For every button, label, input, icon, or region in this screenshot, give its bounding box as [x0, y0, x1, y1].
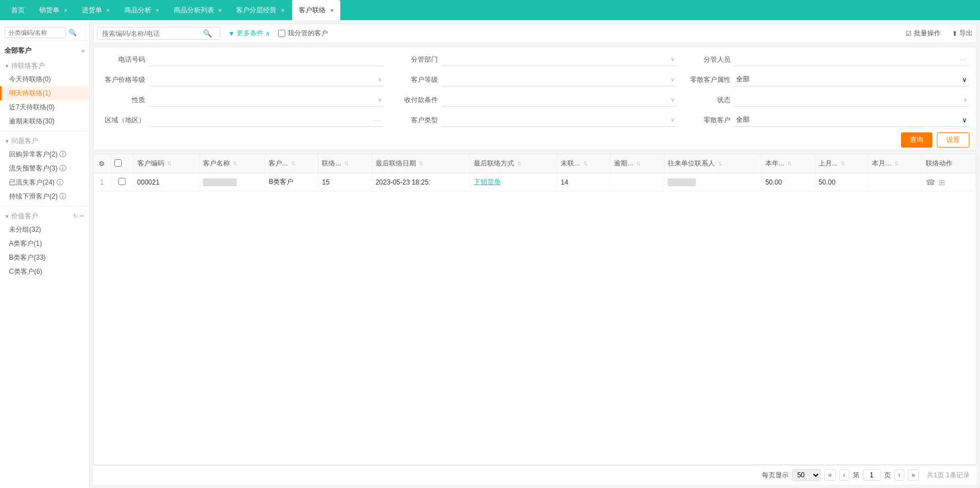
sidebar-group-problem[interactable]: ▼ 问题客户	[0, 133, 89, 148]
sidebar-item-overdue-contact[interactable]: 逾期未联络(30)	[0, 114, 89, 128]
sidebar-search-input[interactable]	[4, 27, 66, 38]
sidebar-group-value[interactable]: ▼ 价值客户 ↻ ✏	[0, 209, 89, 223]
col-last-method[interactable]: 最后联络方式 ⇅	[470, 154, 557, 173]
nav-sales-order-close[interactable]: ×	[64, 7, 67, 13]
call-action-icon[interactable]: ☎	[926, 178, 935, 187]
sidebar-item-churned[interactable]: 已流失客户(24) ⓘ	[0, 176, 89, 190]
nav-customer-segmentation-close[interactable]: ×	[281, 7, 284, 13]
cell-checkbox[interactable]	[110, 173, 133, 191]
export-button[interactable]: ⬆ 导出	[952, 29, 973, 38]
col-this-year[interactable]: 本年... ⇅	[761, 154, 815, 173]
sidebar-search-icon[interactable]: 🔍	[68, 29, 77, 36]
filter-region: 区域（地区） ···	[100, 112, 384, 128]
cell-actions[interactable]: ☎ ⊞	[922, 173, 976, 191]
sidebar-item-churn-warning[interactable]: 流失预警客户(3) ⓘ	[0, 162, 89, 176]
batch-ops-button[interactable]: ☑ 批量操作	[905, 29, 941, 38]
value-group-icons[interactable]: ↻ ✏	[73, 213, 85, 220]
next-page-btn[interactable]: ›	[894, 469, 904, 481]
col-settings[interactable]: ⚙	[94, 154, 110, 173]
last-method-link[interactable]: 下销货单	[474, 178, 501, 186]
settings-button[interactable]: 设置	[937, 132, 969, 148]
nav-purchase-order[interactable]: 进货单 ×	[75, 0, 117, 20]
col-type[interactable]: 客户... ⇅	[265, 154, 318, 173]
phone-control[interactable]	[149, 53, 384, 66]
chevron-icon: ∧	[265, 30, 270, 38]
col-last-month[interactable]: 上月... ⇅	[815, 154, 868, 173]
nav-purchase-order-close[interactable]: ×	[107, 7, 110, 13]
status-select[interactable]: ∨	[734, 93, 969, 107]
filter-payment: 收付款条件 ∨	[393, 92, 677, 108]
col-overdue[interactable]: 逾期... ⇅	[611, 154, 664, 173]
my-customers-checkbox-label[interactable]: 我分管的客户	[278, 29, 328, 38]
retail-select[interactable]: 全部 ∨	[734, 113, 969, 127]
my-customers-checkbox[interactable]	[278, 30, 285, 37]
status-arrow-icon: ∨	[963, 96, 967, 103]
data-table: ⚙ 客户编码 ⇅ 客户名称 ⇅ 客户... ⇅ 联络... ⇅ 最后联络日期 ⇅…	[94, 154, 976, 191]
sidebar-item-ungrouped[interactable]: 未分组(32)	[0, 223, 89, 237]
col-this-month[interactable]: 本月... ⇅	[868, 154, 922, 173]
filter-manager: 分管人员 ···	[686, 52, 969, 67]
retail-attr-select[interactable]: 全部 ∨	[734, 73, 969, 86]
sidebar-item-repurchase-abnormal[interactable]: 回购异常客户(2) ⓘ	[0, 148, 89, 162]
grid-action-icon[interactable]: ⊞	[939, 178, 945, 187]
sidebar-item-class-c[interactable]: C类客户(6)	[0, 265, 89, 279]
col-code[interactable]: 客户编码 ⇅	[133, 154, 199, 173]
payment-select[interactable]: ∨	[441, 93, 677, 107]
nav-customer-contact-close[interactable]: ×	[330, 7, 334, 13]
cell-last-method[interactable]: 下销货单	[470, 173, 557, 191]
region-dots[interactable]: ···	[149, 113, 384, 127]
sort-icon-method: ⇅	[517, 160, 521, 167]
phone-input[interactable]	[149, 54, 384, 65]
price-level-select[interactable]: ∨	[149, 73, 384, 86]
customer-level-select[interactable]: ∨	[441, 73, 677, 86]
more-conditions-button[interactable]: ▼ 更多条件 ∧	[225, 27, 274, 39]
sidebar-item-tomorrow-contact[interactable]: 明天待联络(1)	[0, 86, 89, 100]
dept-label: 分管部门	[393, 55, 438, 65]
collapse-icon[interactable]: «	[81, 48, 85, 54]
row-checkbox[interactable]	[118, 178, 126, 185]
last-page-btn[interactable]: »	[908, 469, 919, 481]
nav-product-analysis[interactable]: 商品分析 ×	[118, 0, 166, 20]
col-name[interactable]: 客户名称 ⇅	[199, 154, 265, 173]
arrow-icon2: ▼	[4, 139, 10, 144]
sidebar-item-7day-contact[interactable]: 近7天待联络(0)	[0, 100, 89, 114]
customer-type-select[interactable]: ∨	[441, 113, 677, 127]
nav-sales-order[interactable]: 销货单 ×	[33, 0, 74, 20]
sidebar-all-customers[interactable]: 全部客户 «	[0, 43, 89, 58]
col-last-date[interactable]: 最后联络日期 ⇅	[372, 154, 470, 173]
data-table-container: ⚙ 客户编码 ⇅ 客户名称 ⇅ 客户... ⇅ 联络... ⇅ 最后联络日期 ⇅…	[93, 154, 977, 465]
nature-arrow-icon: ∨	[378, 96, 382, 103]
search-icon[interactable]: 🔍	[203, 29, 212, 38]
per-page-select[interactable]: 50 100 200	[792, 469, 821, 481]
sidebar-item-class-b[interactable]: B类客户(33)	[0, 251, 89, 265]
sidebar-item-class-a[interactable]: A类客户(1)	[0, 237, 89, 251]
col-unit-contact[interactable]: 往来单位联系人 ⇅	[664, 154, 761, 173]
col-contact-count[interactable]: 联络... ⇅	[318, 154, 372, 173]
prev-page-btn[interactable]: ‹	[839, 469, 849, 481]
search-box[interactable]: 🔍	[97, 27, 220, 40]
region-dots-icon: ···	[374, 116, 382, 124]
manager-dots[interactable]: ···	[734, 53, 969, 66]
filter-phone: 电话号码	[100, 52, 384, 67]
nav-customer-segmentation[interactable]: 客户分层经营 ×	[229, 0, 291, 20]
sidebar-group-waiting[interactable]: ▼ 待联络客户	[0, 58, 89, 72]
search-input[interactable]	[102, 30, 203, 38]
unit-contact-blurred	[668, 178, 696, 186]
first-page-btn[interactable]: «	[824, 469, 836, 481]
col-no-contact[interactable]: 未联... ⇅	[557, 154, 611, 173]
page-input[interactable]	[863, 469, 881, 481]
sidebar-item-today-contact[interactable]: 今天待联络(0)	[0, 72, 89, 86]
nav-home[interactable]: 首页	[4, 0, 31, 20]
query-button[interactable]: 查询	[901, 132, 932, 148]
dept-select[interactable]: ∨	[441, 53, 677, 66]
nature-select[interactable]: ∨	[149, 93, 384, 107]
nav-product-analysis-list[interactable]: 商品分析列表 ×	[167, 0, 229, 20]
nav-product-analysis-list-close[interactable]: ×	[219, 7, 222, 13]
sidebar-item-declining[interactable]: 持续下滑客户(2) ⓘ	[0, 190, 89, 204]
nav-customer-contact[interactable]: 客户联络 ×	[292, 0, 340, 20]
customer-type-label: 客户类型	[393, 116, 438, 125]
pagination-bar: 每页显示 50 100 200 « ‹ 第 页 › » 共1页 1条记录	[93, 465, 977, 485]
select-all-checkbox[interactable]	[114, 159, 122, 167]
cell-overdue	[611, 173, 664, 191]
nav-product-analysis-close[interactable]: ×	[156, 7, 159, 13]
